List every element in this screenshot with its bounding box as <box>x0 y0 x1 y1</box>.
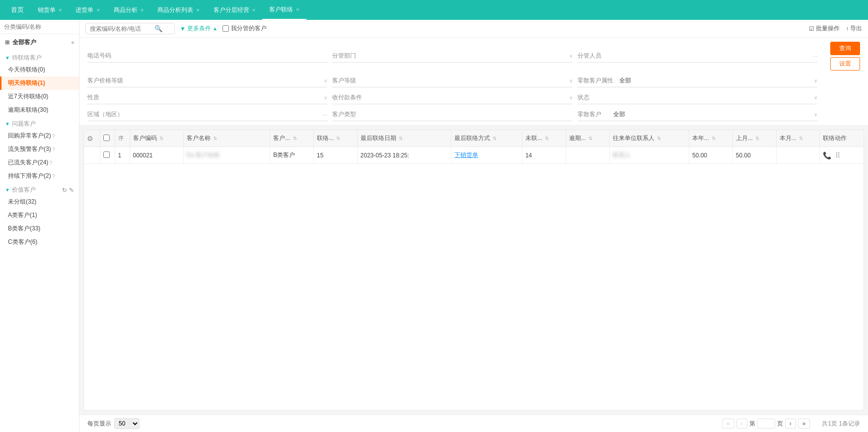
nav-close-product-analysis[interactable]: × <box>141 7 144 13</box>
th-gear[interactable]: ⚙ <box>84 130 100 147</box>
my-customers-check[interactable] <box>222 25 229 32</box>
filter-phone-label: 电话号码 <box>87 52 117 60</box>
toolbar-search-icon[interactable]: 🔍 <box>154 25 162 32</box>
th-contact[interactable]: 联络... ⇅ <box>313 130 357 147</box>
toolbar-export-btn[interactable]: ↑ 导出 <box>846 24 862 33</box>
sidebar-search-input[interactable] <box>4 23 78 30</box>
gear-icon[interactable]: ⚙ <box>87 135 93 143</box>
filter-payment: 收付款条件 ∨ <box>332 91 572 104</box>
sidebar-7day-pending[interactable]: 近7天待联络(0) <box>0 90 79 103</box>
qr-action-icon[interactable]: ⠿ <box>835 151 840 159</box>
th-overdue[interactable]: 逾期... ⇅ <box>566 130 609 147</box>
nav-close-customer-segment[interactable]: × <box>252 7 255 13</box>
retail-customer-arrow[interactable]: ∨ <box>814 112 817 117</box>
toolbar-filter-btn[interactable]: ▼ 更多条件 ▲ <box>180 24 217 33</box>
nav-product-analysis-list[interactable]: 商品分析列表 × <box>150 0 206 20</box>
filter-customer-type: 客户类型 <box>332 108 572 121</box>
nav-purchase-order[interactable]: 进货单 × <box>69 0 106 20</box>
collapse-icon[interactable]: « <box>71 40 74 45</box>
top-nav: 首页 销货单 × 进货单 × 商品分析 × 商品分析列表 × 客户分层经营 × … <box>0 0 868 20</box>
payment-arrow[interactable]: ∨ <box>569 95 573 100</box>
nav-customer-contact[interactable]: 客户联络 × <box>262 0 306 20</box>
help-icon-2[interactable]: ? <box>49 160 52 166</box>
nav-close-customer-contact[interactable]: × <box>296 6 299 12</box>
page-number-input[interactable]: 1 <box>757 419 775 429</box>
prev-page-btn[interactable]: ‹ <box>736 419 747 429</box>
sidebar-all-customers[interactable]: ⊞ 全部客户 « <box>0 34 79 51</box>
filter-payment-label: 收付款条件 <box>332 93 362 102</box>
customer-name-blurred: Ea 客户名称 <box>187 151 219 158</box>
select-all-checkbox[interactable] <box>103 135 110 141</box>
dept-arrow[interactable]: ∨ <box>569 53 573 59</box>
th-last-month[interactable]: 上月... ⇅ <box>732 130 776 147</box>
sidebar-class-c[interactable]: C类客户(6) <box>0 235 79 249</box>
th-code[interactable]: 客户编码 ⇅ <box>130 130 183 147</box>
filter-chevron: ▲ <box>213 26 217 31</box>
help-icon-0[interactable]: ? <box>52 133 55 139</box>
status-arrow[interactable]: ∨ <box>814 95 817 100</box>
sidebar-abnormal-repurchase[interactable]: 回购异常客户(2) ? <box>0 129 79 143</box>
sidebar-class-b[interactable]: B类客户(33) <box>0 222 79 235</box>
nav-close-product-analysis-list[interactable]: × <box>196 7 199 13</box>
td-last-method[interactable]: 下销货单 <box>451 147 522 164</box>
td-this-year: 50.00 <box>689 147 733 164</box>
sidebar-today-pending[interactable]: 今天待联络(0) <box>0 63 79 76</box>
th-this-year[interactable]: 本年... ⇅ <box>689 130 733 147</box>
filter-phone-input[interactable] <box>121 53 327 60</box>
filter-nature-label: 性质 <box>87 93 117 102</box>
sort-icon-this-year: ⇅ <box>712 136 716 141</box>
sidebar-declining[interactable]: 持续下滑客户(2) ? <box>0 169 79 183</box>
th-name[interactable]: 客户名称 ⇅ <box>183 130 270 147</box>
nav-sales-order[interactable]: 销货单 × <box>31 0 69 20</box>
footer: 每页显示 50 100 200 « ‹ 第 1 页 › » 共1页 1条记录 <box>79 415 868 432</box>
sidebar-unclassified[interactable]: 未分组(32) <box>0 195 79 209</box>
next-page-btn[interactable]: › <box>785 419 796 429</box>
sidebar-churned[interactable]: 已流失客户(24) ? <box>0 156 79 169</box>
toolbar-search-input[interactable] <box>90 25 154 32</box>
nav-customer-segment[interactable]: 客户分层经营 × <box>207 0 262 20</box>
refresh-icon[interactable]: ↻ <box>62 187 67 194</box>
sidebar-overdue-pending[interactable]: 逾期未联络(30) <box>0 103 79 117</box>
nav-close-sales-order[interactable]: × <box>59 7 62 13</box>
retail-attr-arrow[interactable]: ∨ <box>814 78 817 83</box>
help-icon-3[interactable]: ? <box>52 173 55 179</box>
help-icon-1[interactable]: ? <box>52 146 55 152</box>
manager-dots[interactable]: ··· <box>812 53 817 60</box>
value-arrow: ▼ <box>5 187 10 193</box>
row-checkbox[interactable] <box>103 151 110 158</box>
th-action: 联络动作 <box>820 130 864 147</box>
phone-action-icon[interactable]: 📞 <box>823 151 831 159</box>
sidebar-class-a[interactable]: A类客户(1) <box>0 209 79 222</box>
table-area: ⚙ 序 客户编码 ⇅ 客户名称 <box>83 130 864 411</box>
first-page-btn[interactable]: « <box>722 419 734 429</box>
th-this-month[interactable]: 本月... ⇅ <box>776 130 820 147</box>
th-last-method[interactable]: 最后联络方式 ⇅ <box>451 130 522 147</box>
set-button[interactable]: 设置 <box>830 57 860 71</box>
sidebar-tomorrow-pending[interactable]: 明天待联络(1) <box>0 76 79 90</box>
th-type[interactable]: 客户... ⇅ <box>270 130 314 147</box>
last-method-link[interactable]: 下销货单 <box>454 151 478 158</box>
toolbar-my-customers-checkbox[interactable]: 我分管的客户 <box>222 24 267 33</box>
th-checkbox[interactable] <box>100 130 115 147</box>
page-size-select[interactable]: 50 100 200 <box>114 418 140 429</box>
edit-icon[interactable]: ✎ <box>69 187 74 194</box>
nav-product-analysis[interactable]: 商品分析 × <box>107 0 150 20</box>
customer-level-arrow[interactable]: ∨ <box>569 78 573 83</box>
sort-icon-type: ⇅ <box>293 136 297 141</box>
sidebar-churn-warning[interactable]: 流失预警客户(3) ? <box>0 143 79 156</box>
td-code[interactable]: 000021 <box>130 147 183 164</box>
nav-home[interactable]: 首页 <box>4 0 31 20</box>
last-page-btn[interactable]: » <box>798 419 810 429</box>
sort-icon-last-date: ⇅ <box>399 136 403 141</box>
region-dots[interactable]: ··· <box>322 111 327 118</box>
query-button[interactable]: 查询 <box>830 42 860 55</box>
toolbar-batch-btn[interactable]: ☑ 批量操作 <box>809 24 840 33</box>
th-not-contacted[interactable]: 未联... ⇅ <box>522 130 566 147</box>
nav-close-purchase-order[interactable]: × <box>96 7 99 13</box>
th-last-date[interactable]: 最后联络日期 ⇅ <box>357 130 451 147</box>
th-unit-contact[interactable]: 往来单位联系人 ⇅ <box>609 130 689 147</box>
price-level-arrow[interactable]: ∨ <box>324 78 327 83</box>
filter-region-label: 区域（地区） <box>87 110 123 119</box>
td-checkbox-cell[interactable] <box>100 147 115 164</box>
nature-arrow[interactable]: ∨ <box>324 95 327 100</box>
